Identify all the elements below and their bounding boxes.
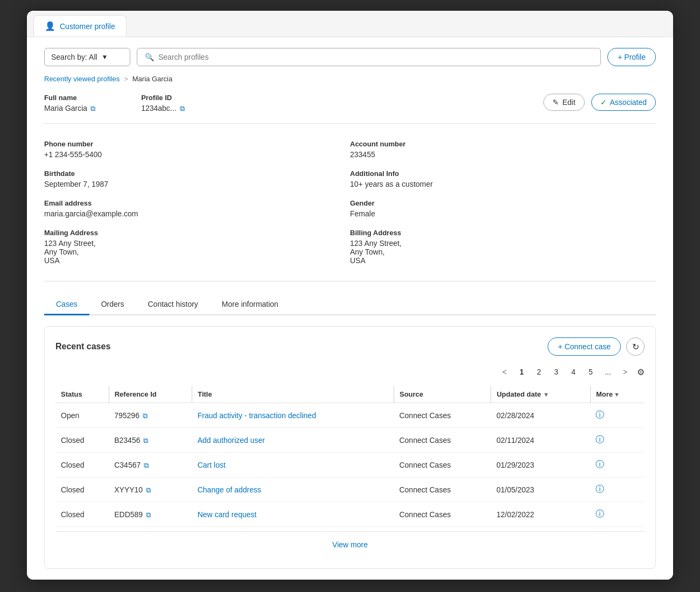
cases-panel: Recent cases + Connect case ↻ < 1 2 3 4 … bbox=[44, 326, 656, 569]
customer-profile-tab[interactable]: 👤 Customer profile bbox=[33, 15, 127, 37]
cell-title: Cart lost bbox=[192, 453, 394, 477]
cases-table: Status Reference Id Title Source bbox=[55, 386, 645, 527]
additional-info-label: Additional Info bbox=[350, 170, 656, 178]
connect-case-button[interactable]: + Connect case bbox=[548, 337, 621, 356]
cell-more: ⓘ bbox=[590, 477, 645, 502]
cell-status: Open bbox=[55, 403, 109, 428]
profile-header-actions: ✎ Edit ✓ Associated bbox=[543, 94, 656, 111]
cell-more: ⓘ bbox=[590, 428, 645, 453]
search-by-label: Search by: All bbox=[51, 53, 97, 61]
cell-more: ⓘ bbox=[590, 502, 645, 527]
case-link[interactable]: Fraud activity - transaction declined bbox=[198, 411, 316, 420]
tab-orders[interactable]: Orders bbox=[89, 294, 136, 315]
copy-fullname-icon[interactable]: ⧉ bbox=[90, 104, 98, 112]
full-name-group: Full name Maria Garcia ⧉ bbox=[44, 94, 98, 112]
col-header-title: Title bbox=[192, 386, 394, 403]
search-icon: 🔍 bbox=[145, 53, 154, 61]
col-header-updated-date[interactable]: Updated date ▼ bbox=[491, 386, 590, 403]
cell-ref-id: C34567 ⧉ bbox=[109, 453, 192, 477]
gender-label: Gender bbox=[350, 199, 656, 207]
check-circle-icon: ✓ bbox=[600, 98, 607, 107]
col-header-source: Source bbox=[394, 386, 491, 403]
view-more-link[interactable]: View more bbox=[55, 531, 645, 558]
cell-ref-id: EDD589 ⧉ bbox=[109, 502, 192, 527]
pagination-page-5[interactable]: 5 bbox=[583, 364, 598, 379]
edit-button[interactable]: ✎ Edit bbox=[543, 94, 584, 111]
billing-address-value: 123 Any Street, Any Town, USA bbox=[350, 239, 656, 265]
mailing-address-value: 123 Any Street, Any Town, USA bbox=[44, 239, 350, 265]
account-number-value: 233455 bbox=[350, 150, 656, 159]
add-profile-label: + Profile bbox=[618, 53, 646, 61]
pagination-page-2[interactable]: 2 bbox=[531, 364, 547, 379]
main-content: Search by: All ▼ 🔍 + Profile Recently vi… bbox=[27, 37, 673, 580]
pagination-next[interactable]: > bbox=[618, 364, 633, 379]
cell-date: 01/05/2023 bbox=[491, 477, 590, 502]
pagination: < 1 2 3 4 5 ... > ⚙ bbox=[55, 364, 645, 379]
cell-title: Add authorized user bbox=[192, 428, 394, 453]
tab-more-information[interactable]: More information bbox=[210, 294, 290, 315]
phone-label: Phone number bbox=[44, 140, 350, 148]
cell-source: Connect Cases bbox=[394, 428, 491, 453]
refresh-icon: ↻ bbox=[632, 342, 639, 352]
breadcrumb-link[interactable]: Recently viewed profiles bbox=[44, 75, 120, 83]
case-link[interactable]: Cart lost bbox=[198, 461, 226, 469]
profile-info-grid: Phone number +1 234-555-5400 Account num… bbox=[44, 135, 656, 281]
pagination-page-1[interactable]: 1 bbox=[514, 364, 529, 379]
table-row: Open 795296 ⧉ Fraud activity - transacti… bbox=[55, 403, 645, 428]
cell-status: Closed bbox=[55, 502, 109, 527]
case-link[interactable]: Add authorized user bbox=[198, 436, 265, 445]
cell-more: ⓘ bbox=[590, 453, 645, 477]
info-icon[interactable]: ⓘ bbox=[596, 460, 604, 469]
info-icon[interactable]: ⓘ bbox=[596, 484, 604, 494]
profile-header: Full name Maria Garcia ⧉ Profile ID 1234… bbox=[44, 94, 656, 124]
copy-ref-icon[interactable]: ⧉ bbox=[146, 486, 153, 494]
search-by-dropdown[interactable]: Search by: All ▼ bbox=[44, 48, 130, 66]
top-bar: Search by: All ▼ 🔍 + Profile bbox=[44, 48, 656, 66]
cases-title: Recent cases bbox=[55, 342, 110, 351]
edit-pencil-icon: ✎ bbox=[552, 98, 559, 107]
pagination-page-3[interactable]: 3 bbox=[549, 364, 564, 379]
copy-ref-icon[interactable]: ⧉ bbox=[143, 436, 151, 444]
search-input[interactable] bbox=[158, 53, 593, 61]
sort-icon: ▼ bbox=[543, 391, 549, 398]
email-value: maria.garcia@example.com bbox=[44, 209, 350, 218]
copy-ref-icon[interactable]: ⧉ bbox=[146, 511, 153, 518]
pagination-prev[interactable]: < bbox=[497, 364, 512, 379]
birthdate-value: September 7, 1987 bbox=[44, 180, 350, 188]
tab-cases[interactable]: Cases bbox=[44, 294, 89, 315]
cell-source: Connect Cases bbox=[394, 453, 491, 477]
info-icon[interactable]: ⓘ bbox=[596, 435, 604, 444]
tab-bar: 👤 Customer profile bbox=[27, 11, 673, 37]
profile-id-value: 1234abc... ⧉ bbox=[141, 104, 187, 112]
col-header-status: Status bbox=[55, 386, 109, 403]
cell-date: 02/28/2024 bbox=[491, 403, 590, 428]
tab-contact-history[interactable]: Contact history bbox=[136, 294, 209, 315]
cell-date: 12/02/2022 bbox=[491, 502, 590, 527]
table-row: Closed EDD589 ⧉ New card request Connect… bbox=[55, 502, 645, 527]
pagination-page-4[interactable]: 4 bbox=[566, 364, 581, 379]
case-link[interactable]: New card request bbox=[198, 510, 257, 519]
cell-date: 02/11/2024 bbox=[491, 428, 590, 453]
breadcrumb: Recently viewed profiles > Maria Garcia bbox=[44, 75, 656, 83]
copy-ref-icon[interactable]: ⧉ bbox=[143, 412, 150, 419]
cell-title: New card request bbox=[192, 502, 394, 527]
add-profile-button[interactable]: + Profile bbox=[607, 48, 656, 66]
breadcrumb-current: Maria Garcia bbox=[132, 75, 172, 83]
full-name-value: Maria Garcia ⧉ bbox=[44, 104, 98, 112]
birthdate-group: Birthdate September 7, 1987 bbox=[44, 164, 350, 194]
tab-label: Customer profile bbox=[60, 22, 115, 31]
birthdate-label: Birthdate bbox=[44, 170, 350, 178]
info-icon[interactable]: ⓘ bbox=[596, 410, 604, 419]
cell-ref-id: B23456 ⧉ bbox=[109, 428, 192, 453]
pagination-settings-icon[interactable]: ⚙ bbox=[637, 367, 645, 377]
case-link[interactable]: Change of address bbox=[198, 485, 261, 494]
cell-more: ⓘ bbox=[590, 403, 645, 428]
breadcrumb-separator: > bbox=[124, 75, 128, 83]
person-icon: 👤 bbox=[45, 21, 55, 31]
cell-source: Connect Cases bbox=[394, 502, 491, 527]
copy-ref-icon[interactable]: ⧉ bbox=[144, 461, 151, 469]
copy-profileid-icon[interactable]: ⧉ bbox=[180, 104, 187, 112]
info-icon[interactable]: ⓘ bbox=[596, 509, 604, 518]
section-tabs: Cases Orders Contact history More inform… bbox=[44, 294, 656, 315]
refresh-button[interactable]: ↻ bbox=[626, 337, 645, 356]
